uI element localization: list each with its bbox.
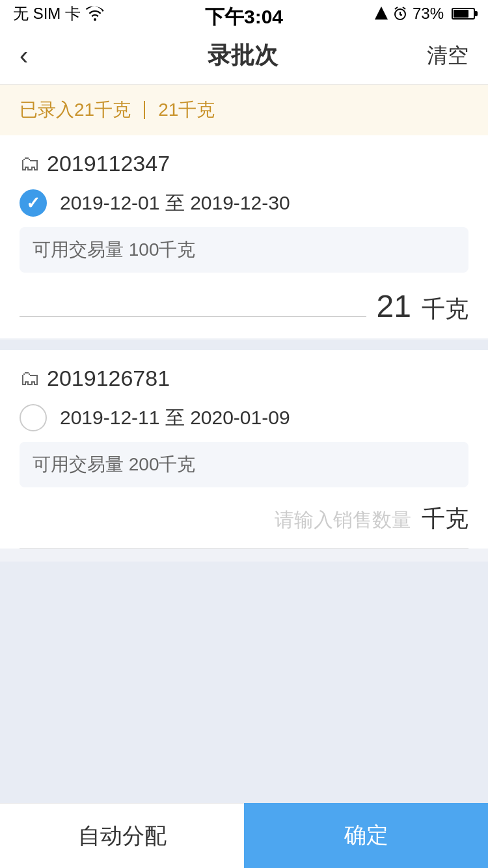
batch-qty-placeholder-2[interactable]: 请输入销售数量 <box>275 507 411 534</box>
location-icon <box>375 7 388 21</box>
batch-card-2: 🗂 2019126781 2019-12-11 至 2020-01-09 可用交… <box>0 350 488 549</box>
batch-qty-unit-1: 千克 <box>422 293 468 325</box>
confirm-button[interactable]: 确定 <box>244 803 488 868</box>
batch-id-1: 2019112347 <box>47 151 170 176</box>
nav-bar: ‹ 录批次 清空 <box>0 27 488 85</box>
status-bar: 无 SIM 卡 下午3:04 73% <box>0 0 488 27</box>
batch-available-2: 可用交易量 200千克 <box>20 442 468 487</box>
svg-line-4 <box>403 7 405 9</box>
batch-row-1[interactable]: 2019-12-01 至 2019-12-30 <box>0 184 488 222</box>
summary-divider <box>144 101 145 119</box>
section-divider <box>0 340 488 350</box>
batch-qty-value-1[interactable]: 21 <box>377 288 411 324</box>
total-label: 21千克 <box>158 98 215 122</box>
page-title: 录批次 <box>208 40 278 72</box>
battery-percent: 73% <box>413 5 444 23</box>
status-right: 73% <box>375 5 475 23</box>
batch-qty-unit-2: 千克 <box>422 503 468 535</box>
batch-qty-row-2: 请输入销售数量 千克 <box>0 498 488 548</box>
empty-area <box>0 562 488 809</box>
carrier-text: 无 SIM 卡 <box>13 3 81 24</box>
batch-header-1: 🗂 2019112347 <box>0 135 488 184</box>
radio-unselected-2[interactable] <box>20 404 47 431</box>
batch-row-2[interactable]: 2019-12-11 至 2020-01-09 <box>0 399 488 437</box>
batch-qty-row-1: 21 千克 <box>0 283 488 338</box>
status-time: 下午3:04 <box>205 4 283 31</box>
batch-id-icon-1: 🗂 <box>20 152 40 176</box>
radio-selected-1[interactable] <box>20 189 47 217</box>
batch-id-2: 2019126781 <box>47 366 170 391</box>
recorded-label: 已录入21千克 <box>20 98 131 122</box>
batch-date-1: 2019-12-01 至 2019-12-30 <box>60 190 290 217</box>
clear-button[interactable]: 清空 <box>427 42 468 70</box>
auto-distribute-button[interactable]: 自动分配 <box>0 803 244 868</box>
battery-icon <box>452 8 475 20</box>
svg-line-3 <box>395 7 398 9</box>
batch-header-2: 🗂 2019126781 <box>0 350 488 399</box>
batch-available-1: 可用交易量 100千克 <box>20 227 468 273</box>
status-left: 无 SIM 卡 <box>13 3 104 24</box>
bottom-bar: 自动分配 确定 <box>0 803 488 868</box>
back-button[interactable]: ‹ <box>20 41 59 70</box>
batch-date-2: 2019-12-11 至 2020-01-09 <box>60 405 290 431</box>
batch-id-icon-2: 🗂 <box>20 366 40 390</box>
summary-bar: 已录入21千克 21千克 <box>0 85 488 135</box>
wifi-icon <box>86 7 104 21</box>
batch-card-1: 🗂 2019112347 2019-12-01 至 2019-12-30 可用交… <box>0 135 488 338</box>
alarm-icon <box>393 7 407 21</box>
